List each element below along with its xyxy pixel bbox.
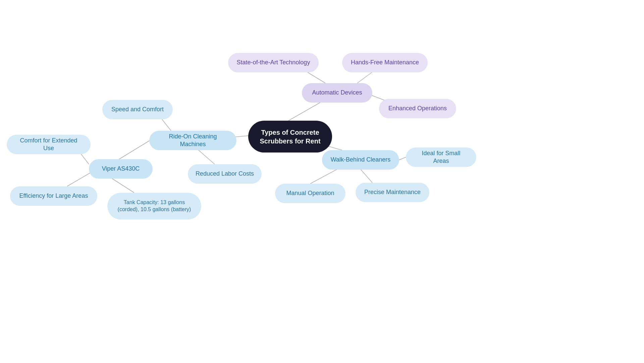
state-of-art-node: State-of-the-Art Technology <box>228 53 319 72</box>
enhanced-ops-node: Enhanced Operations <box>379 99 456 118</box>
hands-free-node: Hands-Free Maintenance <box>342 53 428 72</box>
ride-on-node: Ride-On Cleaning Machines <box>149 131 236 150</box>
state-of-art-label: State-of-the-Art Technology <box>237 59 310 66</box>
comfort-extended-node: Comfort for Extended Use <box>7 135 91 154</box>
efficiency-large-label: Efficiency for Large Areas <box>19 192 88 200</box>
svg-line-6 <box>310 169 337 184</box>
ride-on-label: Ride-On Cleaning Machines <box>157 133 229 148</box>
comfort-extended-label: Comfort for Extended Use <box>14 137 83 153</box>
efficiency-large-node: Efficiency for Large Areas <box>10 186 97 206</box>
enhanced-ops-label: Enhanced Operations <box>388 105 447 112</box>
viper-node: Viper AS430C <box>89 159 153 179</box>
svg-line-5 <box>399 157 406 160</box>
walk-behind-node: Walk-Behind Cleaners <box>322 150 399 170</box>
ideal-small-label: Ideal for Small Areas <box>413 149 469 165</box>
svg-line-13 <box>67 173 91 186</box>
svg-line-7 <box>361 169 372 183</box>
center-label: Types of Concrete Scrubbers for Rent <box>256 128 325 145</box>
svg-line-11 <box>119 141 149 159</box>
manual-op-node: Manual Operation <box>275 184 345 203</box>
svg-line-14 <box>111 178 134 193</box>
center-node: Types of Concrete Scrubbers for Rent <box>248 121 332 153</box>
hands-free-label: Hands-Free Maintenance <box>351 59 419 66</box>
manual-op-label: Manual Operation <box>286 189 334 197</box>
automatic-devices-node: Automatic Devices <box>302 83 372 103</box>
speed-comfort-node: Speed and Comfort <box>102 100 173 119</box>
tank-capacity-node: Tank Capacity: 13 gallons (corded), 10.5… <box>107 193 201 220</box>
speed-comfort-label: Speed and Comfort <box>111 106 164 113</box>
ideal-small-node: Ideal for Small Areas <box>406 147 476 167</box>
precise-maint-label: Precise Maintenance <box>364 188 421 196</box>
automatic-devices-label: Automatic Devices <box>312 89 362 97</box>
reduced-labor-label: Reduced Labor Costs <box>196 170 254 178</box>
walk-behind-label: Walk-Behind Cleaners <box>331 156 390 164</box>
tank-capacity-label: Tank Capacity: 13 gallons (corded), 10.5… <box>115 199 194 213</box>
viper-label: Viper AS430C <box>102 165 140 173</box>
reduced-labor-node: Reduced Labor Costs <box>188 164 262 184</box>
precise-maint-node: Precise Maintenance <box>356 183 429 202</box>
